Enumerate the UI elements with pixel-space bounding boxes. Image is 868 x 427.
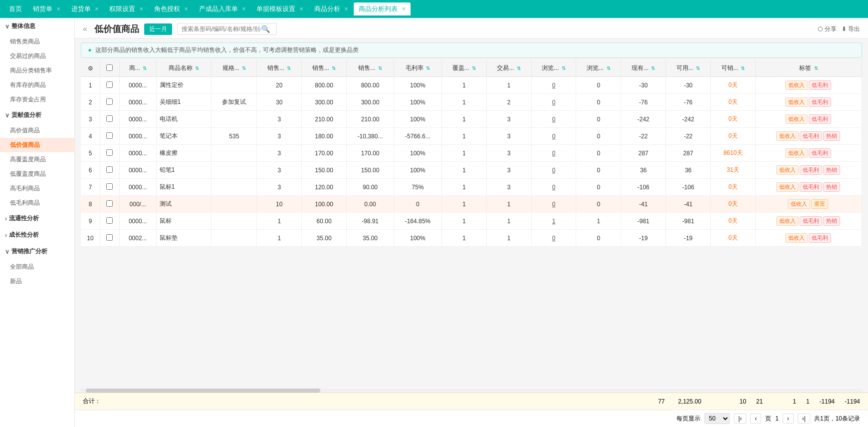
close-icon[interactable]: × [242, 5, 245, 12]
nav-role[interactable]: 角色授权 × [149, 2, 193, 15]
sidebar-section-growth[interactable]: › 成长性分析 [0, 227, 74, 243]
sidebar-item-high-coverage[interactable]: 高覆盖度商品 [0, 152, 74, 167]
view-link[interactable]: 1 [552, 218, 556, 225]
code-column-header[interactable]: 商... ⇅ [119, 60, 156, 77]
spec-column-header[interactable]: 规格... ⇅ [212, 60, 257, 77]
nav-purchase[interactable]: 进货单 × [66, 2, 104, 15]
row-view1[interactable]: 0 [531, 179, 576, 196]
share-button[interactable]: ⬡ 分享 [818, 25, 836, 33]
export-button[interactable]: ⬇ 导出 [842, 25, 860, 33]
row-select-checkbox[interactable] [106, 234, 113, 241]
coverage-column-header[interactable]: 覆盖... ⇅ [441, 60, 486, 77]
sidebar-item-low-margin[interactable]: 低毛利商品 [0, 196, 74, 210]
stock-sell-column-header[interactable]: 可销... ⇅ [711, 60, 756, 77]
nav-home[interactable]: 首页 [4, 2, 27, 15]
view-link[interactable]: 0 [552, 133, 556, 140]
sales-qty-column-header[interactable]: 销售... ⇅ [257, 60, 302, 77]
sales-avg-column-header[interactable]: 销售... ⇅ [347, 60, 394, 77]
view-link[interactable]: 0 [552, 82, 556, 89]
row-select-checkbox[interactable] [106, 200, 113, 207]
row-select-checkbox[interactable] [106, 183, 113, 190]
sidebar-section-flow[interactable]: › 流通性分析 [0, 210, 74, 227]
row-view1[interactable]: 0 [531, 145, 576, 162]
nav-product-warehouse[interactable]: 产成品入库单 × [194, 2, 251, 15]
sidebar-section-marketing[interactable]: ∨ 营销推广分析 [0, 243, 74, 260]
tags-column-header[interactable]: 标签 ⇅ [755, 60, 862, 77]
search-input[interactable] [182, 25, 261, 32]
nav-product-analysis-list[interactable]: 商品分析列表 × [354, 2, 411, 15]
view-link[interactable]: 0 [552, 99, 556, 106]
row-checkbox[interactable] [100, 128, 120, 145]
row-select-checkbox[interactable] [106, 166, 113, 173]
nav-template[interactable]: 单据模板设置 × [251, 2, 308, 15]
view-link[interactable]: 0 [552, 116, 556, 123]
name-column-header[interactable]: 商品名称 ⇅ [156, 60, 212, 77]
sidebar-item-traded-products[interactable]: 交易过的商品 [0, 49, 74, 63]
sidebar-item-stocked-products[interactable]: 有库存的商品 [0, 78, 74, 92]
sidebar-item-low-value[interactable]: 低价值商品 [0, 138, 74, 152]
row-checkbox[interactable] [100, 77, 120, 94]
sidebar-item-category-sales-rate[interactable]: 商品分类销售率 [0, 63, 74, 78]
row-view1[interactable]: 1 [531, 213, 576, 230]
row-select-checkbox[interactable] [106, 98, 113, 105]
scrollbar-thumb[interactable] [86, 389, 320, 393]
sidebar-section-contribution[interactable]: ∨ 贡献值分析 [0, 107, 74, 123]
settings-column-header[interactable]: ⚙ [81, 60, 100, 77]
row-select-checkbox[interactable] [106, 149, 113, 156]
nav-sales[interactable]: 销货单 × [28, 2, 65, 15]
row-view1[interactable]: 0 [531, 77, 576, 94]
row-select-checkbox[interactable] [106, 115, 113, 122]
close-icon[interactable]: × [57, 5, 60, 12]
sales-amt-column-header[interactable]: 销售... ⇅ [302, 60, 347, 77]
sidebar-collapse-button[interactable]: « [83, 24, 87, 33]
row-checkbox[interactable] [100, 111, 120, 128]
view1-column-header[interactable]: 浏览... ⇅ [531, 60, 576, 77]
row-view1[interactable]: 0 [531, 196, 576, 213]
row-checkbox[interactable] [100, 179, 120, 196]
view2-column-header[interactable]: 浏览... ⇅ [576, 60, 621, 77]
sidebar-item-high-value[interactable]: 高价值商品 [0, 123, 74, 138]
row-checkbox[interactable] [100, 230, 120, 247]
nav-permissions[interactable]: 权限设置 × [104, 2, 148, 15]
sidebar-item-sales-products[interactable]: 销售类商品 [0, 34, 74, 49]
close-icon[interactable]: × [402, 5, 406, 12]
select-all-checkbox[interactable] [106, 64, 113, 71]
close-icon[interactable]: × [185, 5, 188, 12]
sidebar-item-low-coverage[interactable]: 低覆盖度商品 [0, 167, 74, 181]
sidebar-section-general[interactable]: ∨ 整体信息 [0, 18, 74, 34]
per-page-select[interactable]: 50 100 200 [704, 413, 730, 424]
row-select-checkbox[interactable] [106, 81, 113, 88]
view-link[interactable]: 0 [552, 150, 556, 157]
stock-current-column-header[interactable]: 现有... ⇅ [621, 60, 666, 77]
view-link[interactable]: 0 [552, 167, 556, 174]
stock-avail-column-header[interactable]: 可用... ⇅ [666, 60, 711, 77]
row-view1[interactable]: 0 [531, 128, 576, 145]
period-button[interactable]: 近一月 [144, 23, 172, 35]
row-checkbox[interactable] [100, 213, 120, 230]
nav-product-analysis[interactable]: 商品分析 × [309, 2, 353, 15]
row-select-checkbox[interactable] [106, 132, 113, 139]
row-checkbox[interactable] [100, 145, 120, 162]
row-select-checkbox[interactable] [106, 217, 113, 224]
trade-column-header[interactable]: 交易... ⇅ [486, 60, 531, 77]
close-icon[interactable]: × [95, 5, 98, 12]
row-view1[interactable]: 0 [531, 94, 576, 111]
row-view1[interactable]: 0 [531, 162, 576, 179]
last-page-button[interactable]: ›| [798, 414, 810, 424]
first-page-button[interactable]: |‹ [734, 414, 746, 424]
row-view1[interactable]: 0 [531, 111, 576, 128]
row-checkbox[interactable] [100, 94, 120, 111]
sidebar-item-new-products[interactable]: 新品 [0, 274, 74, 289]
close-icon[interactable]: × [140, 5, 143, 12]
row-checkbox[interactable] [100, 196, 120, 213]
sidebar-item-stock-funds[interactable]: 库存资金占用 [0, 92, 74, 107]
sidebar-item-all-products[interactable]: 全部商品 [0, 260, 74, 274]
row-view1[interactable]: 0 [531, 230, 576, 247]
view-link[interactable]: 0 [552, 235, 556, 242]
margin-column-header[interactable]: 毛利率 ⇅ [394, 60, 441, 77]
checkbox-column-header[interactable] [100, 60, 120, 77]
row-checkbox[interactable] [100, 162, 120, 179]
close-icon[interactable]: × [344, 5, 348, 12]
view-link[interactable]: 0 [552, 184, 556, 191]
prev-page-button[interactable]: ‹ [750, 414, 761, 424]
